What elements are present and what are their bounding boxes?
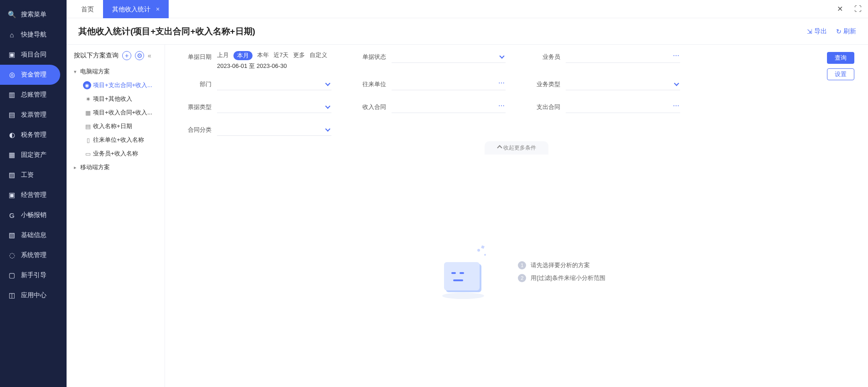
export-button[interactable]: ⇲ 导出 <box>807 27 827 36</box>
page-title: 其他收入统计(项目+支出合同+收入名称+日期) <box>78 26 255 37</box>
sidebar-item-13[interactable]: ▢新手引导 <box>0 265 67 285</box>
scheme-panel: 按以下方案查询 + ⚙ « ▾ 电脑端方案 ◉ 项目+支出合同+收入... <box>67 45 165 387</box>
sidebar-icon: ◌ <box>7 251 16 260</box>
tab-other-income-stats[interactable]: 其他收入统计 × <box>103 0 169 18</box>
sidebar-item-8[interactable]: ▨工资 <box>0 165 67 185</box>
sidebar-icon: ◎ <box>7 70 16 79</box>
empty-illustration <box>428 242 505 301</box>
action-column: 查询 设置 <box>702 51 855 80</box>
sidebar-icon: ▦ <box>7 150 16 160</box>
scheme-item-5[interactable]: ▭ 业务员+收入名称 <box>80 147 161 160</box>
sidebar-item-11[interactable]: ▧基础信息 <box>0 225 67 245</box>
chevron-down-icon <box>326 125 331 132</box>
sidebar-item-10[interactable]: G小畅报销 <box>0 205 67 225</box>
scheme-item-1[interactable]: ✷ 项目+其他收入 <box>80 92 161 106</box>
fullscreen-icon[interactable]: ⛶ <box>852 3 864 15</box>
svg-point-6 <box>477 249 480 252</box>
bar-icon: ▯ <box>83 137 93 144</box>
settings-button[interactable]: 设置 <box>827 68 854 80</box>
tab-home[interactable]: 首页 <box>72 0 103 18</box>
sidebar-item-2[interactable]: ▣项目合同 <box>0 45 67 65</box>
filter-bill-date: 单据日期 上月本月本年近7天更多自定义 2023-06-01 至 2023-06… <box>179 51 331 70</box>
sidebar-icon: ▣ <box>7 50 16 59</box>
filter-salesman[interactable]: 业务员 ⋯ <box>527 51 680 66</box>
sidebar-icon: G <box>7 211 16 220</box>
date-opt[interactable]: 更多 <box>293 51 305 60</box>
collapse-filters[interactable]: 收起更多条件 <box>485 141 548 155</box>
svg-rect-3 <box>460 272 464 274</box>
scheme-item-2[interactable]: ▦ 项目+收入合同+收入... <box>80 106 161 119</box>
sidebar-item-1[interactable]: ⌂快捷导航 <box>0 25 67 45</box>
sidebar-item-3[interactable]: ◎资金管理 <box>0 65 60 85</box>
sidebar-item-0[interactable]: 🔍搜索菜单 <box>0 5 67 25</box>
card-icon: ▭ <box>83 150 93 157</box>
sidebar-item-12[interactable]: ◌系统管理 <box>0 245 67 265</box>
date-range-text: 2023-06-01 至 2023-06-30 <box>217 62 331 70</box>
date-opt[interactable]: 近7天 <box>274 51 289 60</box>
empty-step-2: 2 用[过滤]条件来缩小分析范围 <box>518 274 605 282</box>
list-icon: ▤ <box>83 123 93 130</box>
sidebar-item-4[interactable]: ▥总账管理 <box>0 85 67 105</box>
more-icon: ⋯ <box>673 102 679 109</box>
close-icon[interactable]: × <box>156 5 160 13</box>
sidebar-icon: ◐ <box>7 130 16 139</box>
scheme-group-mobile[interactable]: ▸ 移动端方案 <box>71 160 161 174</box>
empty-step-1: 1 请先选择要分析的方案 <box>518 261 605 269</box>
svg-rect-2 <box>451 272 456 274</box>
refresh-icon: ↻ <box>836 28 842 35</box>
filter-income-contract[interactable]: 收入合同 ⋯ <box>353 101 506 116</box>
tab-label: 其他收入统计 <box>112 5 150 13</box>
sidebar-icon: ▢ <box>7 271 16 280</box>
chevron-down-icon <box>500 52 505 59</box>
query-button[interactable]: 查询 <box>827 52 854 64</box>
svg-rect-8 <box>481 245 485 249</box>
filter-bill-status[interactable]: 单据状态 <box>353 51 506 66</box>
scheme-item-0[interactable]: ◉ 项目+支出合同+收入... <box>80 78 161 92</box>
more-icon: ⋯ <box>498 102 505 109</box>
svg-point-7 <box>484 254 486 256</box>
sidebar-icon: ▨ <box>7 170 16 180</box>
more-icon: ⋯ <box>673 52 679 59</box>
filter-panel: 单据日期 上月本月本年近7天更多自定义 2023-06-01 至 2023-06… <box>165 45 868 156</box>
chart-icon: ✷ <box>83 96 93 103</box>
sidebar-icon: ⌂ <box>7 30 16 39</box>
chevron-down-icon <box>326 79 331 87</box>
sidebar-icon: ◫ <box>7 291 16 300</box>
refresh-button[interactable]: ↻ 刷新 <box>836 27 856 36</box>
page-header: 其他收入统计(项目+支出合同+收入名称+日期) ⇲ 导出 ↻ 刷新 <box>67 18 868 45</box>
sidebar-icon: ▤ <box>7 110 16 119</box>
close-panel-icon[interactable]: ✕ <box>833 3 846 15</box>
export-icon: ⇲ <box>807 28 812 35</box>
sidebar-item-9[interactable]: ▣经营管理 <box>0 185 67 205</box>
grid-icon: ▦ <box>83 109 93 116</box>
scheme-item-3[interactable]: ▤ 收入名称+日期 <box>80 119 161 133</box>
collapse-scheme-panel[interactable]: « <box>148 52 151 59</box>
add-scheme-button[interactable]: + <box>122 51 131 60</box>
filter-biz-type[interactable]: 业务类型 <box>527 78 680 93</box>
date-opt[interactable]: 本月 <box>233 51 253 60</box>
filter-contract-class[interactable]: 合同分类 <box>179 124 331 139</box>
svg-rect-4 <box>453 279 463 281</box>
svg-point-5 <box>442 293 484 299</box>
sidebar-item-7[interactable]: ▦固定资产 <box>0 145 67 165</box>
scheme-group-desktop[interactable]: ▾ 电脑端方案 <box>71 65 161 78</box>
sidebar-icon: ▧ <box>7 231 16 240</box>
scheme-title: 按以下方案查询 <box>74 52 119 60</box>
filter-ticket-type[interactable]: 票据类型 <box>179 101 331 116</box>
sidebar-item-14[interactable]: ◫应用中心 <box>0 285 67 305</box>
filter-expense-contract[interactable]: 支出合同 ⋯ <box>527 101 680 116</box>
sidebar-item-6[interactable]: ◐税务管理 <box>0 125 67 145</box>
scheme-item-4[interactable]: ▯ 往来单位+收入名称 <box>80 133 161 147</box>
tabbar: 首页 其他收入统计 × ✕ ⛶ <box>67 0 868 18</box>
filter-partner[interactable]: 往来单位 ⋯ <box>353 78 506 93</box>
sidebar-item-5[interactable]: ▤发票管理 <box>0 105 67 125</box>
sidebar-icon: ▣ <box>7 191 16 200</box>
date-opt[interactable]: 本年 <box>257 51 269 60</box>
date-opt[interactable]: 上月 <box>217 51 229 60</box>
svg-rect-1 <box>444 262 480 290</box>
scheme-settings-button[interactable]: ⚙ <box>135 51 144 60</box>
filter-dept[interactable]: 部门 <box>179 78 331 93</box>
chevron-down-icon <box>326 102 331 109</box>
chevron-down-icon <box>675 79 679 87</box>
date-opt[interactable]: 自定义 <box>310 51 327 60</box>
